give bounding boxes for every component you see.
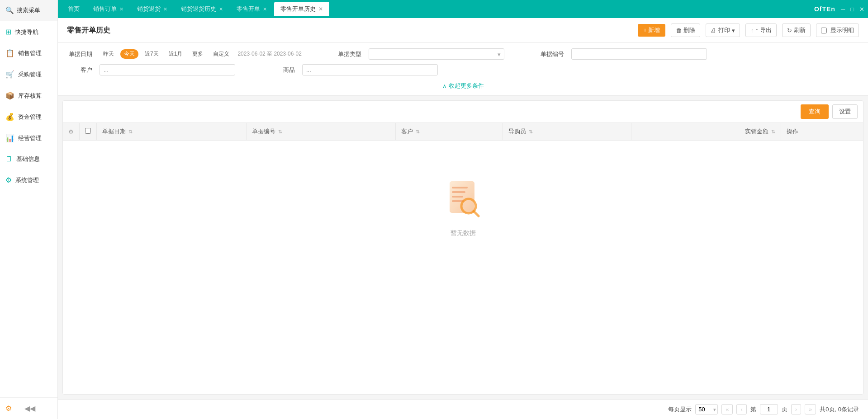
th-date[interactable]: 单据日期 ⇅ xyxy=(97,123,247,141)
print-icon: 🖨 xyxy=(711,27,716,34)
display-detail-checkbox[interactable] xyxy=(821,28,827,33)
sidebar-bottom: ⚙ ◀◀ xyxy=(0,397,57,419)
collapse-filter-btn[interactable]: ∧ 收起更多条件 xyxy=(442,82,484,90)
tab-sales-return[interactable]: 销货退货 ✕ xyxy=(131,2,174,16)
finance-mgmt-icon: 💰 xyxy=(5,113,14,121)
table-area: ⚙ 单据日期 ⇅ xyxy=(63,123,863,394)
sidebar-item-inventory[interactable]: 📦 库存核算 xyxy=(0,85,57,106)
tab-sales-order[interactable]: 销售订单 ✕ xyxy=(87,2,130,16)
date-btn-7days[interactable]: 近7天 xyxy=(141,49,162,59)
select-all-checkbox[interactable] xyxy=(85,128,91,134)
date-btn-today[interactable]: 今天 xyxy=(120,49,138,59)
export-button[interactable]: ↑ ↑ 导出 xyxy=(745,24,777,37)
collapse-sidebar-icon[interactable]: ◀◀ xyxy=(24,404,35,413)
empty-state: 暂无数据 xyxy=(63,141,863,273)
tab-sales-order-label: 销售订单 xyxy=(93,5,117,13)
th-date-sort-icon[interactable]: ⇅ xyxy=(128,129,133,135)
tab-home[interactable]: 首页 xyxy=(62,2,86,16)
customer-input[interactable]: ... xyxy=(100,64,235,75)
filter-area: 单据日期 昨天 今天 近7天 近1月 更多 自定义 2023-06-02 至 2… xyxy=(58,43,868,96)
date-btn-more[interactable]: 更多 xyxy=(189,49,207,59)
window-max-icon[interactable]: □ xyxy=(850,6,854,13)
print-button[interactable]: 🖨 打印 ▾ xyxy=(706,24,740,37)
th-salesperson[interactable]: 导购员 ⇅ xyxy=(503,123,631,141)
refresh-button[interactable]: ↻ 刷新 xyxy=(782,24,811,37)
export-label: ↑ 导出 xyxy=(755,26,772,34)
tab-retail-open-history-close[interactable]: ✕ xyxy=(318,6,323,12)
page-input[interactable] xyxy=(760,404,778,414)
last-page-button[interactable]: » xyxy=(805,404,816,414)
tab-sales-order-close[interactable]: ✕ xyxy=(119,6,123,12)
th-no[interactable]: 单据编号 ⇅ xyxy=(246,123,396,141)
tab-bar: 首页 销售订单 ✕ 销货退货 ✕ 销货退货历史 ✕ 零售开单 ✕ 零售开单历史 … xyxy=(58,0,868,18)
doc-type-select-wrapper xyxy=(369,48,504,60)
system-mgmt-icon: ⚙ xyxy=(5,176,12,184)
column-settings-icon[interactable]: ⚙ xyxy=(68,128,74,135)
tab-sales-return-history-close[interactable]: ✕ xyxy=(219,6,223,12)
prev-page-button[interactable]: ‹ xyxy=(736,404,746,414)
doc-no-input[interactable] xyxy=(571,48,707,60)
sidebar-search[interactable]: 🔍 搜索采单 xyxy=(0,0,57,21)
tab-home-label: 首页 xyxy=(68,5,80,13)
customer-ellipsis: ... xyxy=(104,66,109,73)
th-no-sort-icon[interactable]: ⇅ xyxy=(278,129,282,135)
date-btn-1month[interactable]: 近1月 xyxy=(165,49,186,59)
filter-row-2: 客户 ... 商品 ... xyxy=(67,64,859,75)
data-table: ⚙ 单据日期 ⇅ xyxy=(63,123,863,141)
sidebar-item-label: 库存核算 xyxy=(18,92,42,100)
per-page-label: 每页显示 xyxy=(668,405,692,414)
inventory-icon: 📦 xyxy=(5,91,14,100)
delete-button[interactable]: 🗑 删除 xyxy=(671,24,700,37)
purchase-mgmt-icon: 🛒 xyxy=(5,70,14,79)
svg-rect-3 xyxy=(452,196,463,198)
th-salesperson-sort-icon[interactable]: ⇅ xyxy=(529,129,533,135)
tab-retail-open-history[interactable]: 零售开单历史 ✕ xyxy=(274,2,329,16)
display-detail-button[interactable]: 显示明细 xyxy=(816,24,859,37)
doc-type-select[interactable] xyxy=(369,48,504,60)
th-amount-sort-icon[interactable]: ⇅ xyxy=(771,129,775,135)
date-btn-custom[interactable]: 自定义 xyxy=(209,49,233,59)
first-page-button[interactable]: « xyxy=(721,404,733,414)
tab-retail-open-close[interactable]: ✕ xyxy=(263,6,267,12)
sidebar-item-sales-mgmt[interactable]: 📋 销售管理 xyxy=(0,42,57,64)
add-button[interactable]: + 新增 xyxy=(638,24,665,37)
sidebar-item-quick-nav[interactable]: ⊞ 快捷导航 xyxy=(0,21,57,42)
sidebar-item-finance-mgmt[interactable]: 💰 资金管理 xyxy=(0,106,57,127)
search-icon: 🔍 xyxy=(5,6,14,14)
header-actions: + 新增 🗑 删除 🖨 打印 ▾ ↑ ↑ 导出 ↻ 刷新 xyxy=(638,24,859,37)
collapse-label: 收起更多条件 xyxy=(449,82,484,90)
tab-sales-return-label: 销货退货 xyxy=(137,5,161,13)
tab-retail-open[interactable]: 零售开单 ✕ xyxy=(230,2,273,16)
settings-filter-button[interactable]: 设置 xyxy=(832,104,858,119)
refresh-icon: ↻ xyxy=(787,27,792,34)
th-settings[interactable]: ⚙ xyxy=(63,123,80,141)
page-size-select[interactable]: 20 50 100 200 xyxy=(695,404,718,414)
th-checkbox[interactable] xyxy=(80,123,97,141)
date-btn-yesterday[interactable]: 昨天 xyxy=(100,49,118,59)
tab-sales-return-history[interactable]: 销货退货历史 ✕ xyxy=(175,2,229,16)
th-customer[interactable]: 客户 ⇅ xyxy=(396,123,503,141)
goods-input[interactable]: ... xyxy=(302,64,438,75)
page-suffix: 页 xyxy=(782,405,787,414)
sidebar-item-label: 采购管理 xyxy=(18,71,42,79)
tab-sales-return-close[interactable]: ✕ xyxy=(163,6,167,12)
delete-label: 删除 xyxy=(683,26,695,34)
window-min-icon[interactable]: ─ xyxy=(841,6,845,13)
sidebar-search-label: 搜索采单 xyxy=(17,6,40,14)
sidebar-item-label: 资金管理 xyxy=(18,113,42,121)
brand-label: OfTEn xyxy=(814,5,835,13)
sidebar-item-purchase-mgmt[interactable]: 🛒 采购管理 xyxy=(0,64,57,85)
sidebar-item-system-mgmt[interactable]: ⚙ 系统管理 xyxy=(0,169,57,191)
settings-icon[interactable]: ⚙ xyxy=(5,404,12,413)
th-customer-sort-icon[interactable]: ⇅ xyxy=(416,129,420,135)
table-header-row: ⚙ 单据日期 ⇅ xyxy=(63,123,863,141)
th-amount[interactable]: 实销金额 ⇅ xyxy=(631,123,781,141)
next-page-button[interactable]: › xyxy=(791,404,801,414)
query-button[interactable]: 查询 xyxy=(801,104,829,119)
sidebar-item-operations-mgmt[interactable]: 📊 经营管理 xyxy=(0,127,57,149)
sidebar-item-label: 系统管理 xyxy=(15,176,39,184)
empty-icon xyxy=(441,177,486,222)
window-close-icon[interactable]: ✕ xyxy=(859,6,864,13)
sidebar-item-basic-info[interactable]: 🗒 基础信息 xyxy=(0,149,57,169)
th-action-label: 操作 xyxy=(787,128,798,135)
